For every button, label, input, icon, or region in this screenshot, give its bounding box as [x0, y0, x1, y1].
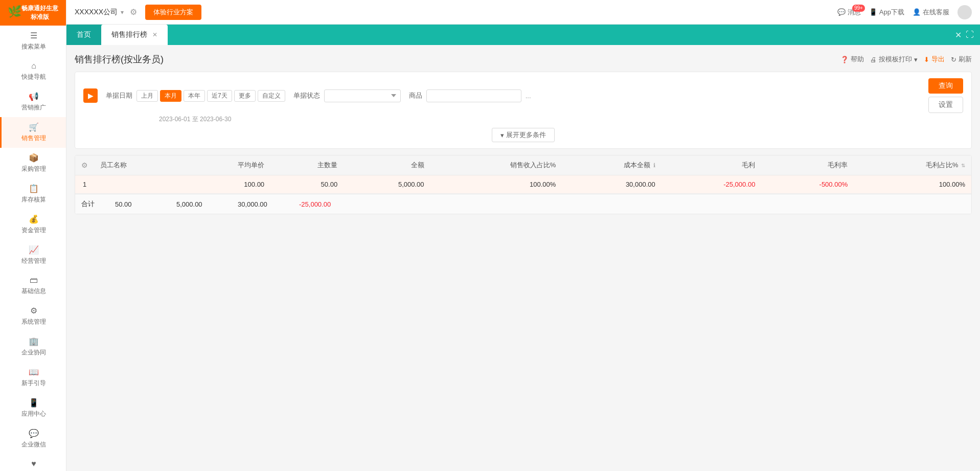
finance-icon: 💰 — [29, 214, 39, 224]
guide-icon: 📖 — [29, 367, 39, 377]
this-year-btn[interactable]: 本年 — [184, 90, 205, 102]
page-title: 销售排行榜(按业务员) — [75, 53, 164, 65]
table-settings-icon[interactable]: ⚙ — [81, 161, 88, 169]
sidebar-item-quick-nav[interactable]: ⌂ 快捷导航 — [0, 56, 66, 86]
sidebar-item-operations[interactable]: 📈 经营管理 — [0, 240, 66, 271]
footer-cost: 30,000.00 — [238, 200, 279, 208]
cell-avg-price: 100.00 — [183, 175, 271, 194]
app-center-icon: 📱 — [29, 398, 39, 408]
trial-button[interactable]: 体验行业方案 — [145, 5, 201, 20]
sidebar-item-enterprise[interactable]: 🏢 企业协同 — [0, 331, 66, 362]
print-icon: 🖨 — [870, 56, 877, 63]
col-main-qty: 主数量 — [270, 155, 344, 175]
sidebar-item-basic-info[interactable]: 🗃 基础信息 — [0, 271, 66, 301]
filter-area: ▶ 单据日期 上月 本月 本年 近7天 更多 自定义 单据状态 — [75, 72, 972, 149]
logo-icon: 🌿 — [8, 4, 21, 20]
sidebar-item-guide[interactable]: 📖 新手引导 — [0, 362, 66, 393]
col-cost: 成本全额 ℹ — [562, 155, 661, 175]
tab-sales-rank[interactable]: 销售排行榜 ✕ — [101, 25, 168, 45]
company-chevron-icon: ▾ — [121, 9, 124, 16]
tab-close-icon[interactable]: ✕ — [152, 31, 157, 38]
home-icon: ⌂ — [31, 61, 36, 71]
col-sales-pct: 销售收入占比% — [430, 155, 562, 175]
sidebar-item-marketing[interactable]: 📢 营销推广 — [0, 86, 66, 117]
cell-sales-pct: 100.00% — [430, 175, 562, 194]
cell-rank: 1 — [75, 175, 94, 194]
fullscreen-icon[interactable]: ⛶ — [966, 30, 974, 39]
date-filter-label: 单据日期 — [106, 91, 132, 100]
search-order-icon: ☰ — [30, 31, 37, 40]
filter-expand-arrow[interactable]: ▶ — [83, 88, 98, 103]
more-filters-btn[interactable]: ... — [526, 92, 531, 100]
top-header: XXXXXX公司 ▾ ⚙ 体验行业方案 💬 消息 99+ 📱 App下载 👤 在… — [66, 0, 980, 25]
nav-right-actions: ✕ ⛶ — [949, 30, 980, 40]
tab-close-all-icon[interactable]: ✕ — [955, 30, 962, 40]
header-right: 💬 消息 99+ 📱 App下载 👤 在线客服 — [837, 5, 972, 19]
sidebar-item-system[interactable]: ⚙ 系统管理 — [0, 301, 66, 331]
setting-button[interactable]: 设置 — [928, 97, 963, 113]
app-download-button[interactable]: 📱 App下载 — [869, 8, 904, 17]
profit-pct-sort-icon[interactable]: ⇅ — [961, 163, 965, 168]
refresh-button[interactable]: ↻ 刷新 — [951, 55, 972, 64]
page-header: 销售排行榜(按业务员) ❓ 帮助 🖨 按模板打印 ▾ ⬇ 导出 ↻ 刷新 — [75, 53, 972, 65]
table-row: 1 100.00 50.00 5,000.00 — [75, 175, 971, 194]
export-icon: ⬇ — [924, 56, 929, 63]
company-selector[interactable]: XXXXXX公司 ▾ — [75, 8, 124, 17]
purchase-icon: 📦 — [29, 153, 39, 163]
col-name: 员工名称 — [94, 155, 183, 175]
print-chevron-icon: ▾ — [914, 56, 918, 63]
refresh-icon: ↻ — [951, 56, 956, 63]
cell-amount: 5,000.00 — [344, 175, 430, 194]
app-icon: 📱 — [869, 8, 877, 16]
company-name: XXXXXX公司 — [75, 8, 118, 17]
help-button[interactable]: ❓ 帮助 — [840, 55, 864, 64]
date-filter-buttons: 上月 本月 本年 近7天 更多 自定义 — [136, 90, 285, 102]
page-actions: ❓ 帮助 🖨 按模板打印 ▾ ⬇ 导出 ↻ 刷新 — [840, 55, 972, 64]
inventory-icon: 📋 — [29, 184, 39, 193]
this-month-btn[interactable]: 本月 — [160, 90, 181, 102]
cell-main-qty: 50.00 — [270, 175, 344, 194]
table-footer: 合计 50.00 5,000.00 30,000.00 -25,000.00 — [75, 194, 971, 214]
table-container: ⚙ 员工名称 平均单价 主数量 全额 — [75, 155, 972, 214]
status-filter-select[interactable] — [324, 89, 401, 102]
expand-more-btn[interactable]: ▾ 展开更多条件 — [492, 128, 555, 142]
sidebar-item-search-order[interactable]: ☰ 搜索菜单 — [0, 26, 66, 56]
basic-info-icon: 🗃 — [30, 276, 38, 285]
filter-row-1: ▶ 单据日期 上月 本月 本年 近7天 更多 自定义 单据状态 — [83, 78, 963, 113]
sidebar-item-app-center[interactable]: 📱 应用中心 — [0, 393, 66, 423]
cost-info-icon[interactable]: ℹ — [653, 162, 655, 168]
more-btn[interactable]: 更多 — [234, 90, 256, 102]
nav-tabs: 首页 销售排行榜 ✕ ✕ ⛶ — [66, 25, 980, 45]
last-7days-btn[interactable]: 近7天 — [207, 90, 232, 102]
prev-month-btn[interactable]: 上月 — [136, 90, 158, 102]
query-button[interactable]: 查询 — [928, 78, 963, 94]
sidebar-item-sales[interactable]: 🛒 销售管理 — [0, 117, 66, 148]
cell-profit-rate: -500.00% — [761, 175, 854, 194]
message-button[interactable]: 💬 消息 99+ — [837, 8, 861, 17]
col-avg-price: 平均单价 — [183, 155, 271, 175]
page-content: 销售排行榜(按业务员) ❓ 帮助 🖨 按模板打印 ▾ ⬇ 导出 ↻ 刷新 — [66, 45, 980, 471]
template-print-button[interactable]: 🖨 按模板打印 ▾ — [870, 55, 918, 64]
main-area: XXXXXX公司 ▾ ⚙ 体验行业方案 💬 消息 99+ 📱 App下载 👤 在… — [66, 0, 980, 471]
sidebar-item-inventory[interactable]: 📋 库存核算 — [0, 178, 66, 209]
sidebar-item-purchase[interactable]: 📦 采购管理 — [0, 148, 66, 178]
sidebar: 🌿 畅康通好生意 标准版 ☰ 搜索菜单 ⌂ 快捷导航 📢 营销推广 🛒 销售管理… — [0, 0, 66, 471]
col-settings: ⚙ — [75, 155, 94, 175]
tab-home[interactable]: 首页 — [66, 25, 101, 45]
sidebar-item-wechat[interactable]: 💬 企业微信 — [0, 423, 66, 454]
online-service-button[interactable]: 👤 在线客服 — [913, 8, 949, 17]
sidebar-item-finance[interactable]: 💰 资金管理 — [0, 209, 66, 240]
sales-icon: 🛒 — [29, 122, 39, 132]
export-button[interactable]: ⬇ 导出 — [924, 55, 945, 64]
help-icon: ❓ — [840, 56, 849, 63]
user-avatar[interactable] — [958, 5, 972, 19]
marketing-icon: 📢 — [29, 92, 39, 101]
header-settings-icon[interactable]: ⚙ — [130, 7, 137, 17]
date-range-display: 2023-06-01 至 2023-06-30 — [159, 115, 963, 124]
sidebar-logo: 🌿 畅康通好生意 标准版 — [0, 0, 66, 26]
col-amount: 全额 — [344, 155, 430, 175]
goods-filter-input[interactable] — [426, 89, 521, 102]
sidebar-item-member[interactable]: ♥ 畅会员 — [0, 454, 66, 471]
custom-btn[interactable]: 自定义 — [258, 90, 285, 102]
logo-text: 畅康通好生意 标准版 — [21, 4, 58, 21]
